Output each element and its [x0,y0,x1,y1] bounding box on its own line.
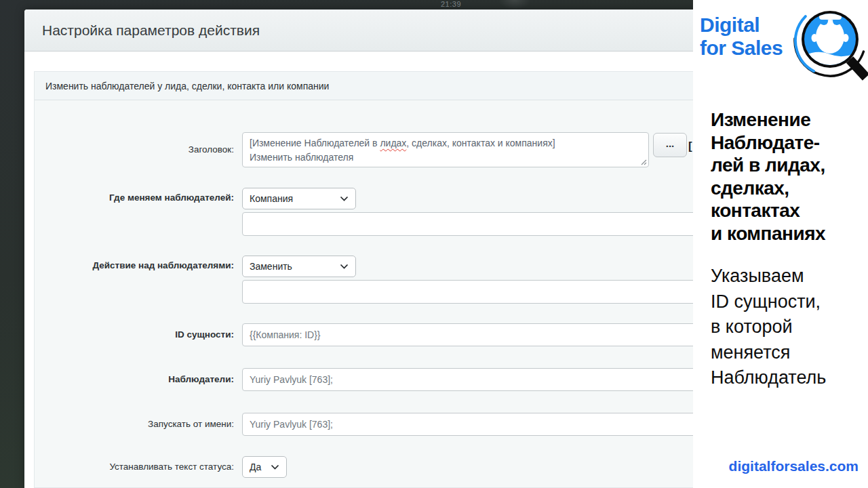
run-as-label: Запускать от имени: [44,418,234,431]
observers-input[interactable] [242,368,703,391]
status-text-select[interactable]: Да [242,456,287,478]
title-label: Заголовок: [44,143,234,157]
where-extra-input[interactable] [242,212,703,236]
title-textarea[interactable]: [Изменение Наблюдателей в лидах, сделках… [242,132,649,167]
chevron-down-icon [271,464,279,470]
action-select-value: Заменить [250,261,292,272]
brand-line-1: Digital [700,14,783,37]
where-select[interactable]: Компания [242,188,356,209]
misspelled-word: лидах [380,138,406,148]
title-textarea-line1: [Изменение Наблюдателей в лидах, сделках… [250,136,642,150]
observers-label: Наблюдатели: [44,373,234,386]
magnifier-face-logo-icon [792,3,868,88]
action-extra-input[interactable] [242,280,703,304]
chevron-down-icon [340,264,349,270]
run-as-input[interactable] [242,413,703,436]
promo-sidebar: Digital for Sales Изменение Наблюдате- л… [693,0,868,488]
desktop-avatar-glow [498,0,531,9]
entity-id-input[interactable] [242,323,703,346]
status-text-label: Устанавливать текст статуса: [44,460,234,474]
promo-body: Указываем ID сущности, в которой меняетс… [711,264,826,391]
brand-line-2: for Sales [700,37,783,60]
promo-heading: Изменение Наблюдате- лей в лидах, сделка… [711,108,825,245]
action-label: Действие над наблюдателями: [44,259,234,272]
textarea-resize-handle[interactable] [641,159,647,165]
where-select-value: Компания [250,193,293,204]
title-textarea-line2: Изменить наблюдателя [250,150,642,165]
form-subheader: Изменить наблюдателей у лида, сделки, ко… [35,72,702,100]
chevron-down-icon [340,196,349,202]
title-more-button[interactable]: ... [653,133,687,157]
action-select[interactable]: Заменить [242,256,356,277]
desktop-clock: 21:39 [441,0,461,8]
clipped-text-fragment: [ [688,140,692,153]
form-subtitle: Изменить наблюдателей у лида, сделки, ко… [45,81,329,92]
website-link[interactable]: digitalforsales.com [729,458,859,474]
where-label: Где меняем наблюдателей: [44,191,234,205]
action-settings-dialog: Настройка параметров действия Изменить н… [24,9,703,488]
dialog-title: Настройка параметров действия [42,22,260,39]
entity-id-label: ID сущности: [44,328,234,342]
status-text-select-value: Да [250,462,261,472]
brand-wordmark: Digital for Sales [700,14,783,60]
dialog-titlebar[interactable]: Настройка параметров действия [24,9,703,52]
